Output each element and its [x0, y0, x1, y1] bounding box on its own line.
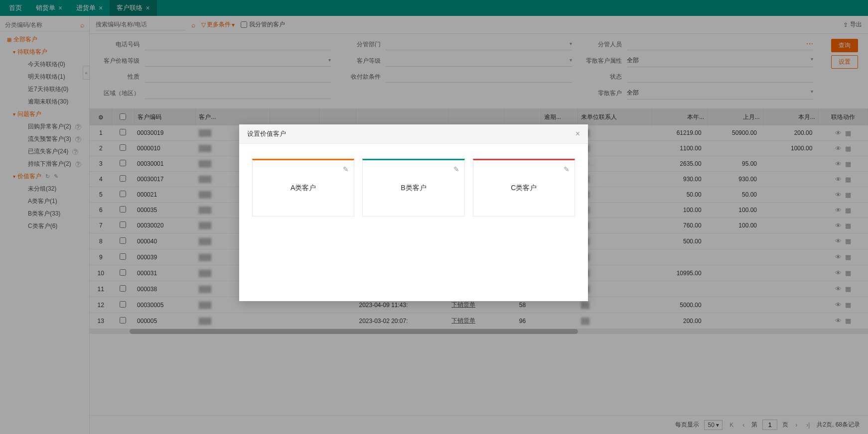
card-b-customer[interactable]: ✎ B类客户	[362, 159, 464, 217]
card-c-customer[interactable]: ✎ C类客户	[473, 159, 575, 217]
card-a-customer[interactable]: ✎ A类客户	[252, 159, 354, 217]
edit-icon[interactable]: ✎	[343, 165, 349, 173]
close-icon[interactable]: ×	[576, 129, 580, 138]
edit-icon[interactable]: ✎	[564, 165, 570, 173]
card-label: B类客户	[401, 184, 426, 193]
edit-icon[interactable]: ✎	[453, 165, 459, 173]
modal-title: 设置价值客户	[247, 129, 286, 138]
card-label: C类客户	[511, 184, 537, 193]
value-customer-modal: 设置价值客户 × ✎ A类客户 ✎ B类客户 ✎ C类客户	[239, 124, 588, 301]
card-label: A类客户	[290, 184, 316, 193]
